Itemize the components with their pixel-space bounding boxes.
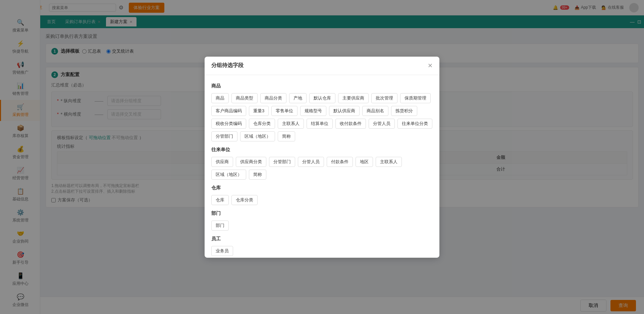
field-tag-0-12[interactable]: 默认供应商 — [329, 106, 360, 116]
field-tag-0-22[interactable]: 分管部门 — [211, 131, 237, 141]
field-tag-2-0[interactable]: 仓库 — [211, 195, 229, 205]
field-tag-0-6[interactable]: 批次管理 — [371, 93, 397, 103]
modal-header: 分组待选字段 ✕ — [205, 57, 439, 75]
field-tag-0-1[interactable]: 商品类型 — [231, 93, 258, 103]
field-tag-0-19[interactable]: 收付款条件 — [335, 119, 366, 129]
field-tag-0-18[interactable]: 结算单位 — [307, 119, 333, 129]
field-tag-0-3[interactable]: 产地 — [289, 93, 307, 103]
field-tag-1-1[interactable]: 供应商分类 — [236, 157, 266, 167]
field-tag-1-0[interactable]: 供应商 — [211, 157, 233, 167]
field-tag-0-0[interactable]: 商品 — [211, 93, 229, 103]
modal-section-fields-1: 供应商供应商分类分管部门分管人员付款条件地区主联系人区域（地区）简称 — [211, 157, 433, 180]
field-tag-0-9[interactable]: 重量3 — [249, 106, 269, 116]
field-tag-0-21[interactable]: 往来单位分类 — [397, 119, 432, 129]
field-tag-1-6[interactable]: 主联系人 — [376, 157, 402, 167]
field-tag-0-13[interactable]: 商品别名 — [362, 106, 388, 116]
modal-title: 分组待选字段 — [211, 62, 244, 69]
field-tag-0-4[interactable]: 默认仓库 — [309, 93, 335, 103]
modal-section-title-0: 商品 — [211, 83, 433, 89]
field-tag-0-5[interactable]: 主要供应商 — [338, 93, 369, 103]
field-tag-0-15[interactable]: 税收分类编码 — [211, 119, 246, 129]
modal-close-button[interactable]: ✕ — [428, 62, 433, 69]
field-tag-1-2[interactable]: 分管部门 — [269, 157, 295, 167]
field-tag-1-7[interactable]: 区域（地区） — [211, 170, 246, 180]
modal-overlay: 分组待选字段 ✕ 商品商品商品类型商品分类产地默认仓库主要供应商批次管理保质期管… — [0, 0, 644, 217]
field-tag-1-4[interactable]: 付款条件 — [327, 157, 353, 167]
modal-section-fields-0: 商品商品类型商品分类产地默认仓库主要供应商批次管理保质期管理客户商品编码重量3零… — [211, 93, 433, 141]
field-tag-0-24[interactable]: 简称 — [278, 131, 295, 141]
modal-dialog: 分组待选字段 ✕ 商品商品商品类型商品分类产地默认仓库主要供应商批次管理保质期管… — [205, 57, 439, 217]
field-tag-0-20[interactable]: 分管人员 — [369, 119, 395, 129]
modal-body: 商品商品商品类型商品分类产地默认仓库主要供应商批次管理保质期管理客户商品编码重量… — [205, 75, 439, 217]
modal-section-fields-2: 仓库仓库分类 — [211, 195, 433, 205]
field-tag-0-14[interactable]: 拣货积分 — [391, 106, 417, 116]
field-tag-0-23[interactable]: 区域（地区） — [240, 131, 275, 141]
field-tag-1-8[interactable]: 简称 — [249, 170, 266, 180]
field-tag-1-3[interactable]: 分管人员 — [298, 157, 324, 167]
field-tag-1-5[interactable]: 地区 — [356, 157, 373, 167]
field-tag-0-7[interactable]: 保质期管理 — [400, 93, 431, 103]
field-tag-0-2[interactable]: 商品分类 — [260, 93, 286, 103]
field-tag-0-10[interactable]: 零售单位 — [271, 106, 298, 116]
field-tag-0-17[interactable]: 主联系人 — [278, 119, 304, 129]
field-tag-0-8[interactable]: 客户商品编码 — [211, 106, 246, 116]
modal-section-title-1: 往来单位 — [211, 147, 433, 153]
modal-section-title-2: 仓库 — [211, 185, 433, 191]
field-tag-0-11[interactable]: 规格型号 — [300, 106, 326, 116]
modal-section-title-3: 部门 — [211, 210, 433, 216]
field-tag-0-16[interactable]: 仓库分类 — [249, 119, 275, 129]
field-tag-2-1[interactable]: 仓库分类 — [231, 195, 258, 205]
